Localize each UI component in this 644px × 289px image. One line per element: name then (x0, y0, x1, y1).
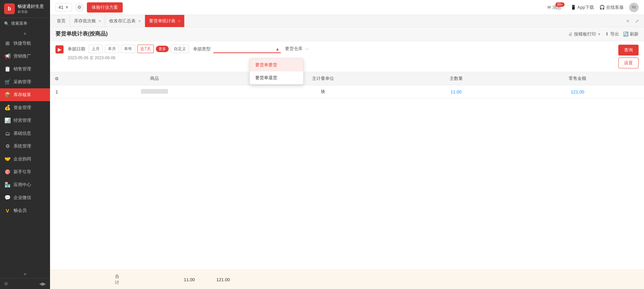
export-btn[interactable]: ⬆ 导出 (605, 31, 619, 37)
sidebar-footer: ⚙ ◀▶ (0, 278, 50, 289)
gear-icon: ⚙ (77, 5, 81, 10)
sidebar-item-ops[interactable]: 📊 经营管理 (0, 114, 50, 127)
sidebar-scroll-up[interactable]: ▲ (0, 29, 50, 37)
filter-more-btn[interactable]: ··· (304, 45, 311, 53)
print-btn[interactable]: 🖨 按模板打印 ▼ (568, 31, 601, 37)
date-btn-last-month[interactable]: 上月 (89, 45, 103, 53)
finance-icon: 💰 (4, 105, 11, 111)
tab-order-stats-close[interactable]: × (178, 19, 180, 23)
messages-badge: 99+ (555, 2, 565, 7)
sidebar-search[interactable]: 🔍 搜索菜单 (0, 18, 50, 29)
vip-icon: V (4, 208, 11, 214)
wechat-icon: 💬 (4, 195, 11, 201)
user-avatar-btn[interactable]: Rit (629, 3, 639, 12)
messages-btn[interactable]: ✉ 消息 99+ (547, 4, 561, 10)
app-download-btn[interactable]: 📱 App下载 (571, 4, 594, 10)
tab-receivable-summary[interactable]: 收发存汇总表 × (105, 15, 145, 27)
date-more-badge[interactable]: 更多 (156, 46, 169, 52)
store-dropdown-icon: ▼ (65, 5, 69, 10)
table-footer: 合计 11.00 121.00 (50, 270, 644, 289)
tab-inventory-batch[interactable]: 库存批次账 × (70, 15, 105, 27)
settings-button[interactable]: 设置 (618, 58, 639, 68)
sidebar-logo: b 畅捷通好生意 标准版 (0, 0, 50, 18)
type-label: 单据类型 (193, 46, 211, 52)
type-dropdown-chevron[interactable]: ▲ (276, 47, 280, 51)
sidebar-item-enterprise[interactable]: 🤝 企业协同 (0, 153, 50, 165)
tab-inventory-batch-close[interactable]: × (99, 19, 101, 23)
footer-quantity: 11.00 (172, 277, 206, 282)
print-dropdown-icon: ▼ (597, 32, 601, 36)
tab-receivable-summary-close[interactable]: × (138, 19, 140, 23)
sidebar-item-basic[interactable]: 🗂 基础信息 (0, 127, 50, 140)
dropdown-item-order-request[interactable]: 要货单要货 (250, 59, 303, 71)
tabs-bar: 首页 库存批次账 × 收发存汇总表 × 要货单统计表 × × ⤢ (50, 15, 644, 27)
sidebar-item-wechat[interactable]: 💬 企业微信 (0, 191, 50, 204)
filter-type-input[interactable] (213, 45, 281, 53)
tab-order-stats[interactable]: 要货单统计表 × (145, 15, 185, 27)
sidebar-item-inventory[interactable]: 📦 库存核算 (0, 88, 50, 101)
topbar-gear-btn[interactable]: ⚙ (75, 3, 84, 12)
date-range-text: 2023-05-06 至 2023-06-06 (68, 55, 189, 61)
quick-nav-icon: ⊞ (4, 40, 11, 46)
date-btn-7days[interactable]: 近7天 (137, 45, 154, 53)
phone-icon: 📱 (571, 5, 576, 10)
purchase-icon: 🛒 (4, 79, 11, 85)
search-icon: 🔍 (4, 21, 9, 26)
col-amount: 零售金额 (511, 72, 644, 85)
dropdown-item-order-return[interactable]: 要货单退货 (250, 71, 303, 84)
sidebar-item-vip[interactable]: V 畅会员 (0, 204, 50, 217)
topbar-right: ✉ 消息 99+ 📱 App下载 🎧 在线客服 Rit (547, 3, 639, 12)
refresh-icon: 🔄 (623, 31, 628, 37)
print-icon: 🖨 (568, 31, 573, 37)
sales-icon: 📋 (4, 66, 11, 72)
tab-home[interactable]: 首页 (53, 15, 70, 27)
tab-expand-btn[interactable]: ⤢ (633, 17, 641, 25)
data-table: ⚙ 商品 主计量单位 主数量 零售金额 1 块 11.00 (50, 72, 644, 98)
col-quantity: 主数量 (401, 72, 511, 85)
refresh-btn[interactable]: 🔄 刷新 (623, 31, 639, 37)
type-dropdown: 要货单要货 要货单退货 (249, 58, 304, 85)
col-settings[interactable]: ⚙ (50, 72, 64, 85)
filter-right-btns: 查询 设置 (618, 45, 639, 68)
filter-bar: ▶ 单据日期 上月 本月 本年 近7天 更多 自定义 2023-05-06 至 … (50, 41, 644, 72)
cell-quantity: 11.00 (401, 85, 511, 98)
sidebar-item-purchase[interactable]: 🛒 采购管理 (0, 75, 50, 88)
sidebar-item-guide[interactable]: 🎯 新手引导 (0, 165, 50, 178)
export-icon: ⬆ (605, 31, 609, 37)
enterprise-icon: 🤝 (4, 156, 11, 162)
store-name: 41 (58, 5, 63, 10)
sidebar-settings-icon[interactable]: ⚙ (4, 281, 8, 286)
tab-close-all-btn[interactable]: × (624, 17, 632, 25)
sidebar-item-system[interactable]: ⚙ 系统管理 (0, 140, 50, 153)
sidebar-item-sales[interactable]: 📋 销售管理 (0, 63, 50, 75)
message-icon: ✉ (547, 5, 551, 10)
date-btn-custom[interactable]: 自定义 (171, 45, 189, 53)
store-selector[interactable]: 41 ▼ (55, 3, 72, 12)
sidebar-scroll-down[interactable]: ▼ (0, 270, 50, 278)
sidebar-item-finance[interactable]: 💰 资金管理 (0, 101, 50, 114)
sidebar-item-appstore[interactable]: 🏪 应用中心 (0, 178, 50, 191)
filter-type-group: 单据类型 ▲ (193, 45, 281, 53)
filter-warehouse-group: 要货仓库 ··· (285, 45, 311, 53)
date-btn-this-month[interactable]: 本月 (105, 45, 119, 53)
sidebar-item-marketing[interactable]: 📢 营销推广 (0, 50, 50, 63)
filter-date-row: 单据日期 上月 本月 本年 近7天 更多 自定义 (68, 45, 189, 53)
logo-icon: b (4, 3, 15, 14)
sidebar-collapse-btn[interactable]: ◀▶ (39, 281, 46, 286)
guide-icon: 🎯 (4, 169, 11, 175)
logo-text: 畅捷通好生意 标准版 (18, 3, 44, 14)
filter-expand-btn[interactable]: ▶ (55, 45, 64, 53)
topbar-left: 41 ▼ ⚙ 体验行业方案 (55, 2, 543, 13)
filter-type-input-wrapper: ▲ (213, 45, 281, 53)
query-button[interactable]: 查询 (618, 45, 639, 55)
sidebar-item-quick-nav[interactable]: ⊞ 快捷导航 (0, 37, 50, 50)
headset-icon: 🎧 (599, 5, 605, 10)
user-avatar: Rit (629, 3, 639, 12)
date-btn-this-year[interactable]: 本年 (121, 45, 135, 53)
cell-amount: 121.00 (511, 85, 644, 98)
system-icon: ⚙ (4, 143, 11, 149)
trial-button[interactable]: 体验行业方案 (87, 2, 123, 13)
online-service-btn[interactable]: 🎧 在线客服 (599, 4, 624, 10)
page-actions: 🖨 按模板打印 ▼ ⬆ 导出 🔄 刷新 (568, 31, 639, 37)
appstore-icon: 🏪 (4, 182, 11, 188)
